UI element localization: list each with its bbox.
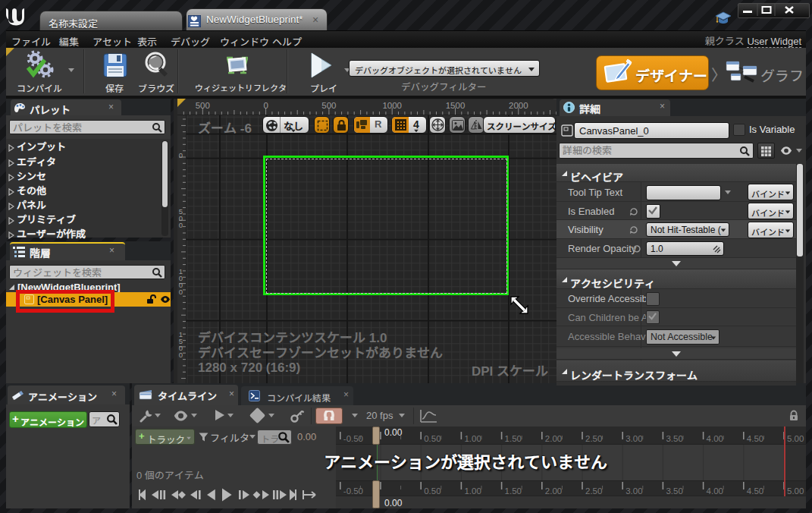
svg-text:5.00: 5.00 [787,434,804,443]
svg-text:0.50: 0.50 [424,486,440,496]
svg-text:4.00: 4.00 [707,434,723,443]
svg-text:1.50: 1.50 [505,434,522,443]
svg-text:2000: 2000 [509,101,528,110]
svg-text:0.50: 0.50 [424,434,440,443]
svg-text:0: 0 [179,288,183,296]
svg-text:3.00: 3.00 [625,434,642,443]
svg-text:4.00: 4.00 [707,486,723,496]
svg-text:0: 0 [179,221,183,229]
svg-text:0: 0 [179,351,183,359]
svg-text:3.00: 3.00 [625,486,642,496]
svg-text:0: 0 [263,101,268,110]
svg-text:3.50: 3.50 [666,486,682,496]
svg-text:1.00: 1.00 [464,434,481,443]
svg-text:2.50: 2.50 [585,434,602,443]
svg-text:1000: 1000 [382,101,402,110]
svg-text:5.00: 5.00 [787,486,804,496]
svg-text:500: 500 [321,101,336,110]
svg-text:4.50: 4.50 [747,486,763,496]
svg-text:500: 500 [196,101,210,110]
svg-text:4.50: 4.50 [747,434,763,443]
svg-text:3.50: 3.50 [666,434,682,443]
svg-text:0: 0 [179,151,183,159]
svg-text:1.50: 1.50 [505,486,522,496]
svg-text:1500: 1500 [446,101,466,110]
svg-text:2.00: 2.00 [545,434,562,443]
svg-text:2.00: 2.00 [545,486,562,496]
svg-text:1.00: 1.00 [464,486,481,496]
svg-text:2.50: 2.50 [585,486,602,496]
